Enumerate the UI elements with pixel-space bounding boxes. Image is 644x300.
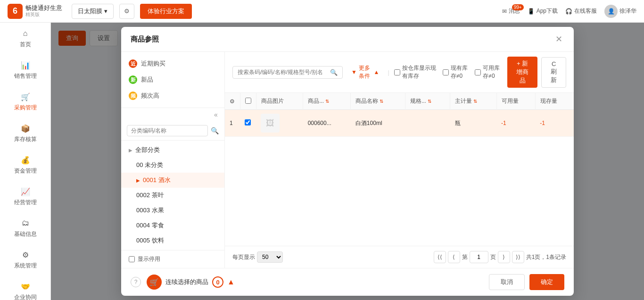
phone-icon: 📱 (528, 8, 535, 15)
app-download-label: App下载 (537, 7, 558, 15)
user-nav[interactable]: 👤 徐泽华 (604, 5, 636, 18)
filter-label: 更多条件 (359, 64, 372, 80)
sidebar-item-home[interactable]: ⌂ 首页 (0, 23, 50, 54)
sidebar-item-finance[interactable]: 💰 资金管理 (0, 149, 50, 181)
category-beverages[interactable]: 0005 饮料 (121, 233, 224, 248)
page-input[interactable] (470, 251, 488, 263)
online-service-nav[interactable]: 🎧 在线客服 (565, 7, 597, 15)
product-image: 🖼 (261, 114, 280, 133)
sort-icon: ⇅ (428, 99, 431, 104)
product-search-input[interactable] (238, 69, 327, 75)
sidebar-item-basic-info[interactable]: 🗂 基础信息 (0, 212, 50, 244)
confirm-button[interactable]: 确定 (529, 274, 564, 290)
th-stock: 现存量 (535, 93, 574, 110)
cart-icon: 🛒 (147, 275, 162, 290)
sort-icon: ⇅ (473, 99, 477, 104)
frequent-icon: 频 (129, 92, 137, 100)
th-spec[interactable]: 规格... ⇅ (405, 93, 450, 110)
product-table: ⚙ 商品图片 商品... ⇅ (225, 93, 574, 137)
messages-nav[interactable]: ✉ 消息 99+ (502, 7, 520, 15)
basic-info-icon: 🗂 (20, 218, 31, 228)
refresh-button[interactable]: C 刷新 (541, 57, 566, 88)
warehouse-filter: 按仓库显示现有库存 (394, 64, 438, 80)
sidebar-item-system[interactable]: ⚙ 系统管理 (0, 244, 50, 275)
trial-button[interactable]: 体验行业方案 (140, 4, 192, 19)
show-disabled-checkbox[interactable] (129, 256, 135, 262)
sidebar-item-sales[interactable]: 📊 销售管理 (0, 54, 50, 86)
stock-checkbox[interactable] (443, 69, 449, 75)
category-label: 0003 水果 (136, 206, 164, 215)
category-tea[interactable]: 0002 茶叶 (121, 188, 224, 203)
separator: | (388, 69, 389, 76)
prev-page-button[interactable]: ⟨ (448, 251, 460, 263)
page-text: 第 (462, 253, 468, 261)
th-code[interactable]: 商品... ⇅ (303, 93, 351, 110)
sidebar-label: 采购管理 (14, 104, 37, 112)
td-image: 🖼 (256, 110, 303, 137)
category-fruit[interactable]: 0003 水果 (121, 203, 224, 218)
th-name[interactable]: 商品名称 ⇅ (351, 93, 405, 110)
sidebar-label: 基础信息 (14, 230, 37, 238)
category-search-bar: 🔍 (121, 121, 224, 141)
warehouse-label: 按仓库显示现有库存 (402, 64, 438, 80)
top-nav: 6 畅捷通好生意 精英版 日太阳膜 ▾ ⚙ 体验行业方案 ✉ 消息 99+ 📱 … (0, 0, 644, 23)
th-unit-label: 主计量 (455, 97, 472, 105)
search-icon[interactable]: 🔍 (330, 69, 338, 76)
product-table-container: ⚙ 商品图片 商品... ⇅ (225, 93, 574, 246)
sidebar-item-purchase[interactable]: 🛒 采购管理 (0, 86, 50, 117)
table-row[interactable]: 1 🖼 000600... 白酒100ml 瓶 (225, 110, 574, 137)
sidebar: ⌂ 首页 📊 销售管理 🛒 采购管理 📦 库存核算 💰 资金管理 📈 经营管理 … (0, 23, 51, 300)
category-search-input[interactable] (127, 125, 208, 136)
filter-button[interactable]: ▼ 更多条件 ▲ (347, 62, 383, 83)
message-icon: ✉ (502, 8, 507, 15)
td-code: 000600... (303, 110, 351, 137)
logo-text: 畅捷通好生意 (25, 4, 62, 12)
per-page-dropdown[interactable]: 50 10 20 100 (257, 251, 283, 263)
cancel-button[interactable]: 取消 (489, 274, 525, 290)
select-all-checkbox[interactable] (245, 98, 251, 104)
nav-right: ✉ 消息 99+ 📱 App下载 🎧 在线客服 👤 徐泽华 (502, 5, 636, 18)
category-all[interactable]: ▶ 全部分类 (121, 142, 224, 158)
app-download-nav[interactable]: 📱 App下载 (528, 7, 558, 15)
cart-collapse-icon[interactable]: ▲ (227, 278, 235, 286)
quick-nav-frequent[interactable]: 频 频次高 (121, 88, 224, 104)
category-label: 00 未分类 (136, 161, 163, 169)
quick-nav-new[interactable]: 新 新品 (121, 72, 224, 88)
available-checkbox[interactable] (475, 69, 481, 75)
content-area: 查询 设置 刷新 商品参照 ✕ 近 (51, 23, 644, 300)
pagination-bar: 每页显示 50 10 20 100 ⟨⟨ ⟨ (225, 246, 574, 268)
nav-dropdown[interactable]: 日太阳膜 ▾ (72, 4, 114, 19)
category-uncategorized[interactable]: 00 未分类 (121, 158, 224, 173)
modal-close-button[interactable]: ✕ (553, 33, 564, 45)
last-page-button[interactable]: ⟩⟩ (512, 251, 524, 263)
category-snacks[interactable]: 0004 零食 (121, 218, 224, 233)
th-settings[interactable]: ⚙ (225, 93, 240, 110)
sidebar-label: 经营管理 (14, 199, 37, 207)
avatar: 👤 (604, 5, 618, 18)
first-page-button[interactable]: ⟨⟨ (434, 251, 446, 263)
settings-icon[interactable]: ⚙ (119, 4, 134, 19)
sales-icon: 📊 (20, 60, 31, 70)
th-name-label: 商品名称 (355, 97, 378, 105)
cart-count: 0 (212, 276, 223, 288)
quick-nav-recent[interactable]: 近 近期购买 (121, 56, 224, 72)
sidebar-item-inventory[interactable]: 📦 库存核算 (0, 117, 50, 149)
category-search-icon[interactable]: 🔍 (211, 127, 219, 134)
toolbar-right: + 新增商品 C 刷新 (507, 57, 566, 88)
sidebar-item-cooperation[interactable]: 🤝 企业协同 (0, 275, 50, 300)
sidebar-item-operations[interactable]: 📈 经营管理 (0, 181, 50, 212)
help-icon[interactable]: ? (131, 277, 141, 287)
stock-filter: 现有库存≠0 (443, 64, 470, 80)
category-label: 0002 茶叶 (136, 191, 164, 200)
modal-toolbar: 🔍 ▼ 更多条件 ▲ | 按仓库显示现有库存 (225, 52, 574, 93)
th-unit[interactable]: 主计量 ⇅ (450, 93, 496, 110)
add-product-button[interactable]: + 新增商品 (507, 57, 538, 88)
product-search-box: 🔍 (232, 66, 343, 79)
warehouse-checkbox[interactable] (394, 69, 400, 75)
next-page-button[interactable]: ⟩ (498, 251, 510, 263)
modal-left-panel: 近 近期购买 新 新品 频 频次高 (121, 52, 225, 268)
row-checkbox[interactable] (245, 119, 251, 125)
collapse-icon[interactable]: « (211, 110, 221, 119)
quick-nav: 近 近期购买 新 新品 频 频次高 (121, 52, 224, 108)
category-liquor[interactable]: ▶ 0001 酒水 (121, 173, 224, 188)
